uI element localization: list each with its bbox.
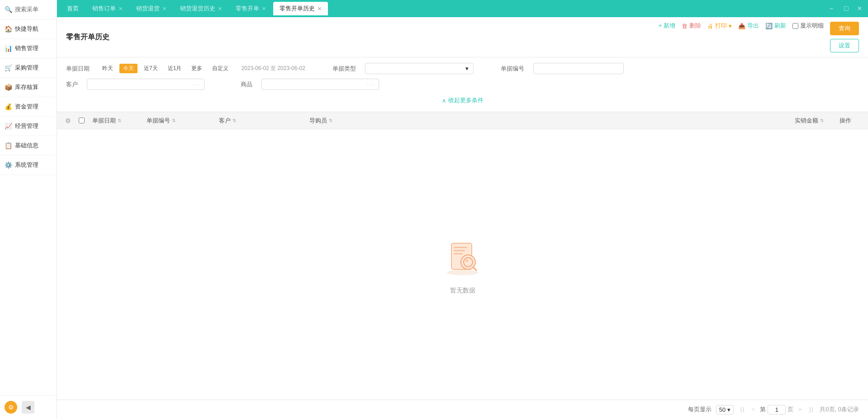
date-pill-more[interactable]: 更多 [188,64,206,73]
sidebar-collapse-button[interactable]: ◀ [22,401,34,414]
tab-sales-return-history[interactable]: 销货退货历史 ✕ [174,2,228,15]
sidebar-item-ops-mgmt[interactable]: 📈 经营管理 [0,117,57,136]
refresh-label: 刷新 [774,22,786,30]
empty-state: 暂无数据 [57,129,868,400]
date-pill-1month[interactable]: 近1月 [164,64,185,73]
ops-icon: 📈 [5,122,12,130]
tab-retail-open[interactable]: 零售开单 ✕ [229,2,272,15]
type-select[interactable]: ▾ [365,63,474,74]
sidebar-item-label: 经营管理 [15,122,38,130]
goods-input[interactable]: ··· [261,79,379,90]
sort-icon[interactable]: ⇅ [820,118,824,123]
sidebar-item-label: 系统管理 [15,161,38,169]
tab-close-icon[interactable]: ✕ [162,6,166,12]
page-title: 零售开单历史 [66,33,109,42]
page-label: 页 [787,405,793,414]
print-button[interactable]: 🖨 打印 ▾ [707,22,732,30]
column-settings-button[interactable]: ⚙ [62,117,75,124]
sidebar-item-sys-mgmt[interactable]: ⚙️ 系统管理 [0,155,57,175]
settings-button[interactable]: 设置 [830,39,859,52]
tab-close-icon[interactable]: ✕ [119,6,123,12]
tab-close-icon[interactable]: ✕ [262,6,266,12]
export-icon: 📤 [738,23,745,29]
page-size-select[interactable]: 50 ▾ [716,405,734,414]
svg-rect-4 [454,253,463,254]
col-guide[interactable]: 导购员 ⇅ [306,117,360,125]
delete-label: 删除 [689,22,701,30]
close-button[interactable]: × [855,4,864,14]
svg-point-0 [447,270,479,275]
col-date-label: 单据日期 [92,117,116,125]
sidebar-item-label: 采购管理 [15,64,38,72]
toolbar-right: + 新增 🗑 删除 🖨 打印 ▾ 📤 导出 🔄 刷新 [659,22,859,52]
sort-icon[interactable]: ⇅ [172,118,175,123]
first-page-button[interactable]: ⟨⟨ [738,405,746,414]
page-nav: ⟨⟨ ＜ 第 页 ＞ ⟩⟩ [738,405,815,414]
collapse-label: 收起更多条件 [448,96,484,104]
col-amount-label: 实销金额 [795,117,818,125]
next-page-button[interactable]: ＞ [795,405,805,414]
sidebar-bottom: ⚙ ◀ [0,395,57,419]
sort-icon[interactable]: ⇅ [329,118,332,123]
minimize-button[interactable]: － [825,3,838,14]
trash-icon: 🗑 [682,23,688,29]
sort-icon[interactable]: ⇅ [118,118,121,123]
sidebar-item-basic-info[interactable]: 📋 基础信息 [0,136,57,155]
last-page-button[interactable]: ⟩⟩ [807,405,815,414]
export-button[interactable]: 📤 导出 [738,22,759,30]
page-label-first: 第 [760,405,766,414]
sidebar: 🔍 搜索采单 🏠 快捷导航 📊 销售管理 🛒 采购管理 📦 库存核算 💰 资金管… [0,0,57,419]
type-label: 单据类型 [332,65,356,73]
chevron-up-icon: ∧ [442,97,446,104]
col-customer[interactable]: 客户 ⇅ [215,117,306,125]
svg-line-7 [473,267,476,270]
tab-close-icon[interactable]: ✕ [318,6,322,12]
tab-retail-open-history[interactable]: 零售开单历史 ✕ [273,2,328,15]
filter-area: 单据日期 昨天 今天 近7天 近1月 更多 自定义 2023-06-02 至 2… [57,57,868,112]
col-amount[interactable]: 实销金额 ⇅ [782,117,827,125]
goods-label: 商品 [241,80,252,89]
no-input[interactable] [533,63,624,74]
query-button[interactable]: 查询 [830,22,859,35]
sidebar-item-label: 库存核算 [15,83,38,91]
current-page-input[interactable] [768,405,786,414]
date-range: 2023-06-02 至 2023-06-02 [241,65,305,72]
print-dropdown-icon[interactable]: ▾ [729,23,732,29]
empty-illustration [440,234,485,279]
sidebar-item-finance[interactable]: 💰 资金管理 [0,97,57,117]
sidebar-search[interactable]: 🔍 搜索采单 [0,0,57,19]
date-pill-custom[interactable]: 自定义 [209,64,232,73]
date-pill-7days[interactable]: 近7天 [140,64,161,73]
show-detail-checkbox[interactable] [792,23,798,29]
customer-input[interactable]: ··· [87,79,204,90]
date-label: 单据日期 [66,65,90,73]
filter-row-2: 客户 ··· 商品 ··· [66,79,859,90]
select-all-checkbox[interactable] [75,118,89,123]
tab-bar: 首页 销售订单 ✕ 销货退货 ✕ 销货退货历史 ✕ 零售开单 ✕ 零售开单历史 … [57,0,868,17]
show-detail-toggle[interactable]: 显示明细 [792,22,824,30]
tab-close-icon[interactable]: ✕ [218,6,222,12]
tab-sales-return[interactable]: 销货退货 ✕ [130,2,173,15]
sidebar-item-purchase-mgmt[interactable]: 🛒 采购管理 [0,58,57,78]
sort-icon[interactable]: ⇅ [232,118,236,123]
col-no[interactable]: 单据编号 ⇅ [143,117,215,125]
prev-page-button[interactable]: ＜ [748,405,758,414]
date-pill-today[interactable]: 今天 [119,64,138,73]
settings-button[interactable]: ⚙ [5,401,17,414]
sidebar-item-sales-mgmt[interactable]: 📊 销售管理 [0,39,57,58]
collapse-filter-button[interactable]: ∧ 收起更多条件 [66,94,859,106]
add-button[interactable]: + 新增 [659,22,675,30]
tab-sales-order[interactable]: 销售订单 ✕ [86,2,129,15]
col-no-label: 单据编号 [147,117,170,125]
sidebar-item-inventory[interactable]: 📦 库存核算 [0,78,57,97]
page-size-label: 每页显示 [688,405,711,414]
tab-home[interactable]: 首页 [61,2,85,15]
sidebar-item-label: 资金管理 [15,103,38,111]
customer-label: 客户 [66,80,78,89]
refresh-button[interactable]: 🔄 刷新 [765,22,786,30]
date-pill-yesterday[interactable]: 昨天 [99,64,117,73]
sidebar-item-quick-nav[interactable]: 🏠 快捷导航 [0,19,57,39]
delete-button[interactable]: 🗑 删除 [682,22,701,30]
maximize-button[interactable]: □ [841,4,851,14]
col-date[interactable]: 单据日期 ⇅ [89,117,143,125]
